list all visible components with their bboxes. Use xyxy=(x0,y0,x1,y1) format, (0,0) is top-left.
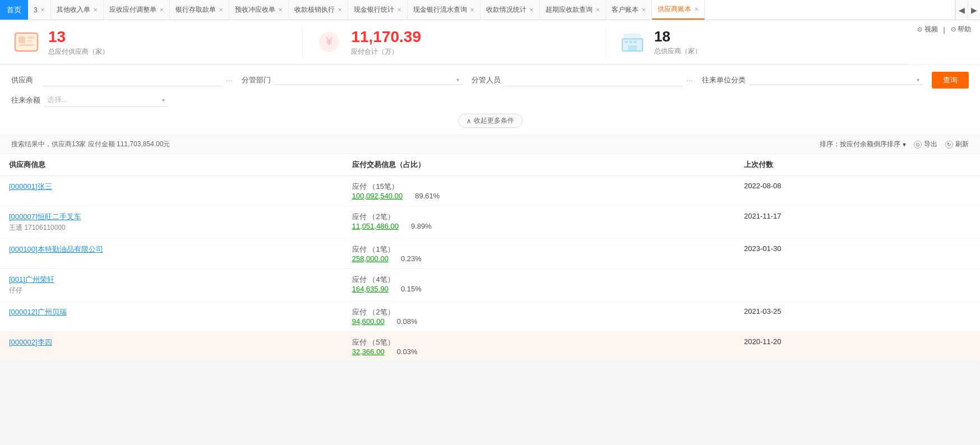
close-icon[interactable]: ✕ xyxy=(159,7,164,13)
close-icon[interactable]: ✕ xyxy=(641,7,646,13)
sort-select[interactable]: 排序：按应付余额倒序排序 ▾ xyxy=(820,140,906,149)
supplier-link[interactable]: [000012]广州贝瑞 xyxy=(9,308,67,316)
stat-icon-3 xyxy=(617,27,648,57)
close-icon[interactable]: ✕ xyxy=(397,7,401,13)
tab-label: 应收应付调整单 xyxy=(109,5,156,15)
nav-tab-adjustment[interactable]: 应收应付调整单 ✕ xyxy=(104,0,170,20)
amount-link[interactable]: 100,092,540.00 xyxy=(352,192,403,200)
nav-next-arrow[interactable]: ▶ xyxy=(968,0,980,20)
tab-label: 预收冲应收单 xyxy=(235,5,275,15)
table-row: [000002]李四应付 （5笔）32,366.000.03%2020-11-2… xyxy=(0,332,980,362)
refresh-action[interactable]: ↻ 刷新 xyxy=(945,140,969,149)
filter-row-1: 供应商 ··· 分管部门 ▾ 分管人员 ··· 往来单位分类 xyxy=(11,72,969,89)
nav-tab-overdue[interactable]: 超期应收款查询 ✕ xyxy=(540,0,606,20)
amount-link[interactable]: 258,000.00 xyxy=(352,254,389,263)
tab-label: 供应商账本 xyxy=(658,4,691,14)
svg-text:¥: ¥ xyxy=(325,34,333,48)
amount-link[interactable]: 164,635.90 xyxy=(352,285,389,293)
top-nav: 首页 3 ✕ 其他收入单 ✕ 应收应付调整单 ✕ 银行存取款单 ✕ 预收冲应收单… xyxy=(0,0,980,20)
supplier-link[interactable]: [001]广州荣轩 xyxy=(9,275,54,284)
nav-tab-supplier-ledger[interactable]: 供应商账本 ✕ xyxy=(652,0,705,20)
amount-link[interactable]: 32,366.00 xyxy=(352,347,385,356)
dept-select[interactable]: ▾ xyxy=(274,75,463,85)
stat-number-3: 18 xyxy=(654,28,701,45)
txn-info-cell: 应付 （1笔）258,000.000.23% xyxy=(343,239,735,269)
supplier-link[interactable]: [000007]恒旺二手叉车 xyxy=(9,212,81,221)
txn-label: 应付 （2笔） xyxy=(352,212,726,222)
person-dots-icon[interactable]: ··· xyxy=(686,76,693,85)
export-action[interactable]: ⊙ 导出 xyxy=(914,140,937,149)
home-label: 首页 xyxy=(7,5,21,15)
close-icon[interactable]: ✕ xyxy=(595,7,600,13)
nav-tab-cash-stat[interactable]: 现金银行统计 ✕ xyxy=(348,0,408,20)
supplier-link[interactable]: [000100]本特勤油品有限公司 xyxy=(9,245,103,253)
amount-pct: 0.15% xyxy=(401,285,422,293)
category-label: 往来单位分类 xyxy=(702,75,746,85)
close-icon[interactable]: ✕ xyxy=(219,7,223,13)
table-row: [000012]广州贝瑞应付 （2笔）94,600.000.08%2021-03… xyxy=(0,302,980,332)
collapse-button[interactable]: ∧ 收起更多条件 xyxy=(458,114,523,128)
supplier-link[interactable]: [000002]李四 xyxy=(9,338,52,346)
supplier-link[interactable]: [000001]张三 xyxy=(9,182,52,191)
nav-tab-other-income[interactable]: 其他收入单 ✕ xyxy=(51,0,104,20)
tab-label: 收款核销执行 xyxy=(294,5,335,15)
amount-pct: 0.08% xyxy=(397,317,418,326)
tab-label: 银行存取款单 xyxy=(175,5,216,15)
query-button[interactable]: 查询 xyxy=(932,72,969,89)
supplier-info-cell: [000012]广州贝瑞 xyxy=(0,302,343,332)
tab-label: 现金银行统计 xyxy=(354,5,394,15)
amount-pct: 0.03% xyxy=(397,347,418,356)
supplier-info-cell: [000002]李四 xyxy=(0,332,343,362)
table-row: [000001]张三应付 （15笔）100,092,540.0089.61%20… xyxy=(0,176,980,206)
video-link[interactable]: ⊙ 视频 xyxy=(917,25,937,34)
stat-text-1: 13 总应付供应商（家） xyxy=(48,27,109,57)
close-icon[interactable]: ✕ xyxy=(694,6,699,12)
tab-label: 其他收入单 xyxy=(57,5,90,15)
category-select[interactable]: ▾ xyxy=(749,75,923,85)
nav-tab-collect-stat[interactable]: 收款情况统计 ✕ xyxy=(480,0,540,20)
svg-rect-10 xyxy=(625,41,628,43)
amount-pct: 0.23% xyxy=(401,254,422,263)
person-label: 分管人员 xyxy=(471,75,501,85)
table-row: [000100]本特勤油品有限公司应付 （1笔）258,000.000.23%2… xyxy=(0,239,980,269)
supplier-table: 供应商信息 应付交易信息（占比） 上次付数 [000001]张三应付 （15笔）… xyxy=(0,154,980,362)
close-icon[interactable]: ✕ xyxy=(529,7,534,13)
stats-bar: 13 总应付供应商（家） ¥ 11,170.39 应付合计（万） xyxy=(0,20,980,65)
help-link[interactable]: ⊙ 帮助 xyxy=(951,25,971,34)
nav-tab-customer-ledger[interactable]: 客户账本 ✕ xyxy=(606,0,652,20)
svg-rect-11 xyxy=(629,41,632,43)
category-dropdown-icon: ▾ xyxy=(917,77,919,83)
svg-rect-2 xyxy=(19,36,25,43)
supplier-input[interactable] xyxy=(43,74,223,86)
close-icon[interactable]: ✕ xyxy=(338,7,342,13)
nav-tab-prepay[interactable]: 预收冲应收单 ✕ xyxy=(229,0,289,20)
nav-prev-arrow[interactable]: ◀ xyxy=(955,0,968,20)
amount-link[interactable]: 94,600.00 xyxy=(352,317,385,326)
stat-text-2: 11,170.39 应付合计（万） xyxy=(351,27,421,57)
person-input[interactable] xyxy=(504,74,683,86)
close-icon[interactable]: ✕ xyxy=(40,7,45,13)
nav-tab-collection[interactable]: 收款核销执行 ✕ xyxy=(289,0,348,20)
txn-info-cell: 应付 （5笔）32,366.000.03% xyxy=(343,332,735,362)
content-area: 供应商信息 应付交易信息（占比） 上次付数 [000001]张三应付 （15笔）… xyxy=(0,154,980,445)
balance-dropdown-icon: ▾ xyxy=(162,97,165,103)
close-icon[interactable]: ✕ xyxy=(470,7,474,13)
sort-label: 排序：按应付余额倒序排序 xyxy=(820,140,900,149)
collapse-up-icon: ∧ xyxy=(466,117,471,125)
supplier-info-cell: [000007]恒旺二手叉车王通 17106110000 xyxy=(0,206,343,239)
supplier-label: 供应商 xyxy=(11,75,39,85)
balance-select[interactable]: 选择... ▾ xyxy=(44,93,168,107)
amount-link[interactable]: 11,051,486.00 xyxy=(352,222,399,230)
filter-row-2: 往来余额 选择... ▾ xyxy=(11,93,969,107)
close-icon[interactable]: ✕ xyxy=(93,7,98,13)
home-tab[interactable]: 首页 xyxy=(0,0,28,20)
nav-tab-3[interactable]: 3 ✕ xyxy=(28,0,51,20)
stat-icon-2: ¥ xyxy=(314,27,344,57)
supplier-dots-icon[interactable]: ··· xyxy=(226,76,233,85)
nav-tab-cash-flow[interactable]: 现金银行流水查询 ✕ xyxy=(408,0,480,20)
supplier-info-cell: [001]广州荣轩仔仔 xyxy=(0,269,343,302)
svg-rect-14 xyxy=(625,34,640,40)
close-icon[interactable]: ✕ xyxy=(278,7,283,13)
table-row: [001]广州荣轩仔仔应付 （4笔）164,635.900.15% xyxy=(0,269,980,302)
nav-tab-bank[interactable]: 银行存取款单 ✕ xyxy=(170,0,229,20)
